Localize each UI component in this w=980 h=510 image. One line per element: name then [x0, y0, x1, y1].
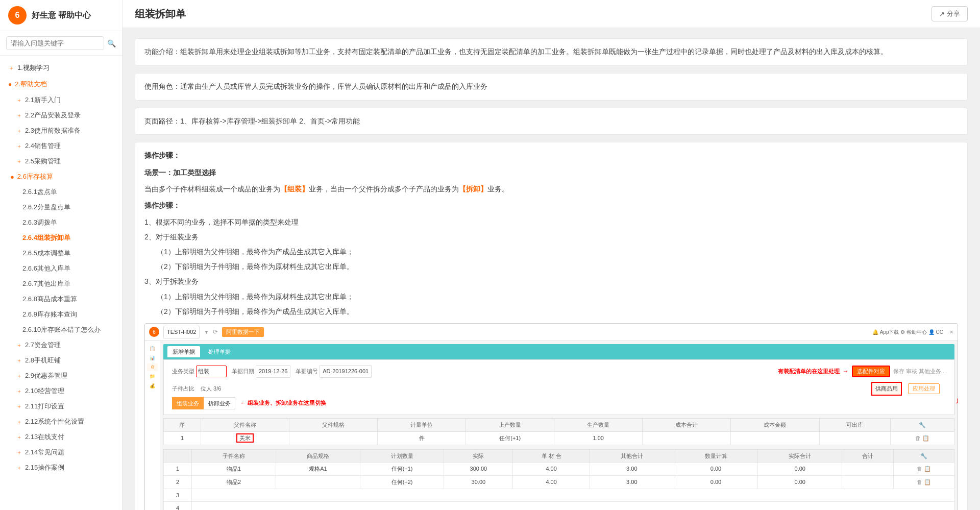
screenshot-more-btns: 保存 审核 其他业务... — [893, 367, 946, 376]
nav-item-264[interactable]: 2.6.4组装拆卸单 — [0, 230, 122, 246]
search-input[interactable] — [6, 36, 104, 50]
screenshot-mini-sidebar: 📋 📊 ⚙ 📁 💰 — [145, 341, 160, 510]
nav-item-25[interactable]: ＋ 2.5采购管理 — [0, 154, 122, 169]
nav-label-263: 2.6.3调拨单 — [22, 218, 57, 227]
nav-item-268[interactable]: 2.6.8商品成本重算 — [0, 292, 122, 307]
nav-item-2610[interactable]: 2.6.10库存账本错了怎么办 — [0, 322, 122, 337]
screenshot-container: 6 TEST-H002 ▼ ⟳ 阿里数据一下 🔔 App下载 ⚙ 帮助中心 👤 … — [144, 323, 958, 510]
table1-cell-0-1: 关米 — [201, 432, 289, 445]
nav-label-264: 2.6.4组装拆卸单 — [22, 233, 70, 242]
scene1-title: 场景一：加工类型选择 — [144, 168, 216, 177]
expand-icon-1: ＋ — [8, 64, 14, 72]
screenshot-number-label: 单据编号 — [296, 367, 318, 376]
biz-tab-assembly: 组装业务 — [172, 397, 204, 410]
search-icon[interactable]: 🔍 — [107, 39, 116, 47]
nav-label-28: 2.8手机旺铺 — [25, 356, 61, 365]
table2-th-6: 其他合计 — [590, 449, 674, 463]
table2-cell-1-2 — [276, 476, 360, 489]
nav-item-215[interactable]: ＋ 2.15操作案例 — [0, 460, 122, 475]
nav-label-214: 2.14常见问题 — [25, 448, 64, 457]
nav-item-267[interactable]: 2.6.7其他出库单 — [0, 276, 122, 292]
nav-item-266[interactable]: 2.6.6其他入库单 — [0, 261, 122, 276]
nav-item-263[interactable]: 2.6.3调拨单 — [0, 215, 122, 230]
nav-label-210: 2.10经营管理 — [25, 386, 64, 396]
nav-item-265[interactable]: 2.6.5成本调整单 — [0, 246, 122, 261]
screenshot-apply-btn[interactable]: 应用处理 — [908, 383, 940, 394]
scene1-desc: 当由多个子件材料组装成一个成品的业务为【组装】业务，当由一个父件拆分成多个子产品… — [144, 183, 958, 196]
screenshot-select-btn[interactable]: 选配件对应 — [852, 366, 890, 377]
screenshot-date-value: 2019-12-26 — [256, 365, 290, 378]
annotation1-text: 有装配清单的在这里处理 — [778, 367, 840, 376]
search-box: 🔍 — [0, 31, 122, 56]
screenshot-type-label: 业务类型 — [172, 367, 194, 376]
nav-item-261[interactable]: 2.6.1盘点单 — [0, 184, 122, 200]
nav-group-title-1[interactable]: ＋ 1.视频学习 — [0, 60, 122, 76]
table1-cell-0-6 — [643, 432, 731, 445]
nav-subgroup-26[interactable]: ● 2.6库存核算 — [0, 169, 122, 184]
nav-group-title-2[interactable]: ● 2.帮助文档 — [0, 76, 122, 92]
annotation2-text: 启用处理 — [956, 396, 958, 406]
table2-cell-0-6: 3.00 — [590, 463, 674, 476]
biz-tabs-group: 组装业务 拆卸业务 — [172, 397, 235, 410]
nav-item-212[interactable]: ＋ 2.12系统个性化设置 — [0, 414, 122, 429]
path-card: 页面路径：1、库存核算->库存管理->组装拆卸单 2、首页->常用功能 — [135, 108, 968, 135]
screenshot-field-date: 单据日期 2019-12-26 — [232, 365, 290, 378]
table1-row-0: 1 关米 件 任何(+1) 1.00 — [164, 432, 954, 445]
nav-label-266: 2.6.6其他入库单 — [22, 264, 70, 273]
nav-item-27[interactable]: ＋ 2.7资金管理 — [0, 337, 122, 353]
share-button[interactable]: ↗ 分享 — [932, 6, 968, 21]
table1-cell-0-4: 任何(+1) — [466, 432, 554, 445]
screenshot-main: 📋 📊 ⚙ 📁 💰 新增单据 处理单据 — [145, 341, 958, 510]
table2-th-1: 子件名称 — [192, 449, 276, 463]
intro-card: 功能介绍：组装拆卸单用来处理企业组装或拆卸等加工业务，支持有固定装配清单的产品加… — [135, 38, 968, 66]
nav-item-214[interactable]: ＋ 2.14常见问题 — [0, 445, 122, 460]
nav-item-210[interactable]: ＋ 2.10经营管理 — [0, 383, 122, 399]
annotation2-group: 供商品用 — [871, 382, 902, 396]
nav-label-25: 2.5采购管理 — [25, 157, 61, 166]
nav-label-23: 2.3使用前数据准备 — [25, 126, 81, 135]
nav-subgroup-children-26: 2.6.1盘点单 2.6.2分量盘点单 2.6.3调拨单 2.6.4组装拆卸单 … — [0, 184, 122, 337]
table1-cell-0-5: 1.00 — [554, 432, 643, 445]
screenshot-apply-area: 应用处理 — [908, 383, 940, 394]
sidebar-header: 6 好生意 帮助中心 — [0, 0, 122, 31]
table1-th-3: 计量单位 — [378, 419, 466, 432]
nav-item-22[interactable]: ＋ 2.2产品安装及登录 — [0, 108, 122, 123]
nav-item-29[interactable]: ＋ 2.9优惠券管理 — [0, 368, 122, 383]
expand-icon-212: ＋ — [16, 418, 22, 426]
table2-header-row: 子件名称 商品规格 计划数量 实际 单 材 合 其他合计 数量计算 实际合计 — [164, 449, 954, 463]
table2-th-4: 实际 — [444, 449, 513, 463]
intro-text: 功能介绍：组装拆卸单用来处理企业组装或拆卸等加工业务，支持有固定装配清单的产品加… — [144, 46, 958, 58]
table1-th-1: 父件名称 — [201, 419, 289, 432]
screenshot-type-value: 组装 — [196, 366, 227, 377]
nav-label-29: 2.9优惠券管理 — [25, 371, 67, 380]
table1-header-row: 序 父件名称 父件规格 计量单位 上产数量 生产数量 成本合计 成本金额 可出库 — [164, 419, 954, 432]
screenshot-use-area: 供商品用 — [871, 382, 902, 396]
screenshot-nav-btn[interactable]: 阿里数据一下 — [222, 327, 264, 337]
table2-th-3: 计划数量 — [360, 449, 444, 463]
nav-item-21[interactable]: ＋ 2.1新手入门 — [0, 92, 122, 108]
nav-item-213[interactable]: ＋ 2.13在线支付 — [0, 429, 122, 445]
table2-cell-0-2: 规格A1 — [276, 463, 360, 476]
nav-group-label-1: 1.视频学习 — [17, 63, 50, 72]
content-area: 功能介绍：组装拆卸单用来处理企业组装或拆卸等加工业务，支持有固定装配清单的产品加… — [122, 28, 980, 510]
table2-th-7: 数量计算 — [674, 449, 758, 463]
table1-input-name[interactable]: 关米 — [236, 433, 254, 443]
annotation3-text: 组装业务、拆卸业务在这里切换 — [248, 398, 326, 408]
table2-th-10: 🔧 — [894, 449, 954, 463]
step-2-1: （1）上部明细为父件明细，最终作为产成品生成其它入库单； — [157, 246, 958, 258]
table2-cell-1-4: 30.00 — [444, 476, 513, 489]
share-icon: ↗ — [939, 10, 945, 18]
nav-item-28[interactable]: ＋ 2.8手机旺铺 — [0, 353, 122, 368]
table2-cell-0-1: 物品1 — [192, 463, 276, 476]
nav-item-262[interactable]: 2.6.2分量盘点单 — [0, 200, 122, 215]
nav-children-2: ＋ 2.1新手入门 ＋ 2.2产品安装及登录 ＋ 2.3使用前数据准备 ＋ 2.… — [0, 92, 122, 475]
screenshot-field-number: 单据编号 AD-20191226-001 — [296, 365, 372, 378]
nav-item-269[interactable]: 2.6.9库存账本查询 — [0, 307, 122, 322]
screenshot-table2-container: 子件名称 商品规格 计划数量 实际 单 材 合 其他合计 数量计算 实际合计 — [163, 447, 954, 510]
nav-label-262: 2.6.2分量盘点单 — [22, 203, 70, 212]
nav-item-23[interactable]: ＋ 2.3使用前数据准备 — [0, 123, 122, 138]
nav-item-24[interactable]: ＋ 2.4销售管理 — [0, 138, 122, 154]
screenshot-appid: TEST-H002 — [163, 326, 200, 338]
nav-item-211[interactable]: ＋ 2.11打印设置 — [0, 399, 122, 414]
nav-label-269: 2.6.9库存账本查询 — [22, 310, 77, 319]
